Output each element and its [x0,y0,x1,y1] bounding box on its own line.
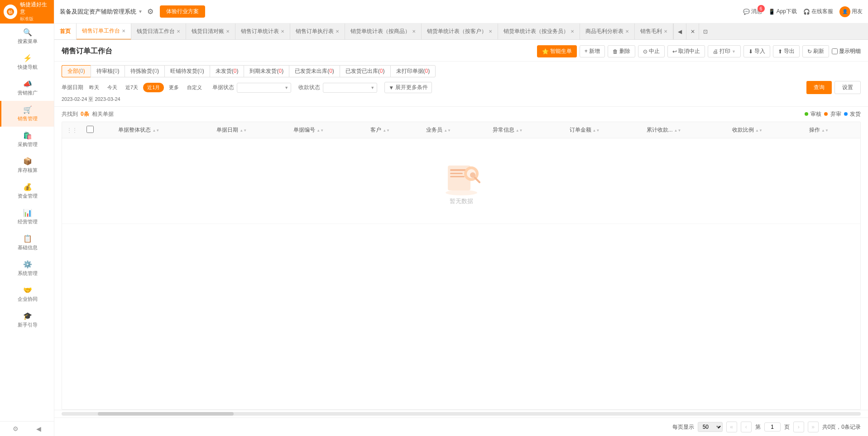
stop-button[interactable]: ⊙ 中止 [638,45,665,57]
topbar-settings-icon[interactable]: ⚙ [147,7,153,16]
tab-close-sales-stats-by-staff[interactable]: ✕ [571,29,574,34]
first-page-btn[interactable]: « [726,422,737,432]
tab-close-sales-order-workbench[interactable]: ✕ [122,28,125,33]
last-page-btn[interactable]: » [808,422,819,432]
sidebar-item-enterprise-collab[interactable]: 🤝企业协同 [0,281,54,307]
un-review-action-btn[interactable]: 弃审 [824,110,841,118]
delete-button[interactable]: 🗑 删除 [608,45,635,57]
date-quick-btn-今天[interactable]: 今天 [104,83,120,92]
sort-icon-amount[interactable]: ▲▼ [593,128,600,133]
tab-sales-stats-by-client[interactable]: 销货单统计表（按客户）✕ [422,24,498,40]
system-selector[interactable]: 装备及固定资产辅助管理系统 ▼ [60,8,143,16]
export-button[interactable]: ⬆ 导出 [773,45,800,57]
refresh-button[interactable]: ↻ 刷新 [802,45,829,57]
cancel-stop-button[interactable]: ↩ 取消中止 [667,45,705,57]
tab-sales-order-workbench[interactable]: 销售订单工作台✕ [77,24,131,40]
tab-close-sales-order-exec[interactable]: ✕ [336,29,339,34]
sidebar-item-purchase-mgmt[interactable]: 🛍️采购管理 [0,127,54,152]
tab-close-cash-daily-clear[interactable]: ✕ [177,29,180,34]
tab-close-sales-stats-by-product[interactable]: ✕ [412,29,416,34]
next-page-btn[interactable]: › [793,422,804,432]
online-service-btn[interactable]: 🎧 在线客服 [803,8,833,15]
tab-goods-margin-analysis[interactable]: 商品毛利分析表✕ [580,24,635,40]
horizontal-scrollbar[interactable] [62,412,861,416]
sidebar-item-system-mgmt[interactable]: ⚙️系统管理 [0,256,54,281]
date-quick-btn-自定义[interactable]: 自定义 [184,83,205,92]
tab-label-sales-order-exec: 销售订单执行表 [296,28,334,35]
sidebar-item-marketing-promo[interactable]: 📣营销推广 [0,75,54,101]
tab-sales-stats-by-product[interactable]: 销货单统计表（按商品）✕ [345,24,422,40]
date-quick-btn-近1月[interactable]: 近1月 [143,83,164,92]
tab-cash-goods-reconcile[interactable]: 钱货日清对账✕ [186,24,235,40]
tab-sales-order-exec[interactable]: 销售订单执行表✕ [290,24,345,40]
filter-tab-pending-inspection[interactable]: 待拣验货(0) [125,65,164,77]
app-download-btn[interactable]: 📱 App下载 [768,8,797,15]
sort-icon-operation[interactable]: ▲▼ [821,128,829,133]
tab-close-goods-margin-analysis[interactable]: ✕ [625,29,629,34]
tab-close-sales-margin[interactable]: ✕ [664,29,667,34]
scrollbar-thumb[interactable] [98,412,234,416]
sort-icon-abnormal[interactable]: ▲▼ [516,128,523,133]
date-quick-btn-近7天[interactable]: 近7天 [122,83,141,92]
message-btn[interactable]: 💬 消息 6 [743,8,762,15]
filter-tab-unprinted[interactable]: 未打印单据(0) [390,65,436,77]
sidebar-item-quick-nav[interactable]: ⚡快捷导航 [0,49,54,75]
tab-cash-daily-clear[interactable]: 钱货日清工作台✕ [131,24,186,40]
prev-page-btn[interactable]: ‹ [741,422,752,432]
filter-tab-shipped-not-in[interactable]: 已发货未出库(0) [289,65,340,77]
sidebar-item-basic-info[interactable]: 📋基础信息 [0,230,54,256]
filter-tab-shipped-out[interactable]: 已发货已出库(0) [340,65,390,77]
sort-icon-date[interactable]: ▲▼ [240,128,247,133]
user-menu-btn[interactable]: 👤 用友 [839,6,863,17]
sort-icon-status[interactable]: ▲▼ [152,128,159,133]
query-button[interactable]: 查询 [806,81,832,94]
tab-home[interactable]: 首页 [54,24,77,40]
sidebar-item-operations-mgmt[interactable]: 📊经营管理 [0,204,54,230]
per-page-select[interactable]: 50 100 200 [698,422,723,432]
tabs-close-btn[interactable]: ✕ [686,24,699,40]
filter-tab-all[interactable]: 全部(0) [62,65,91,77]
sort-icon-client[interactable]: ▲▼ [383,128,390,133]
sidebar-item-finance-mgmt[interactable]: 💰资金管理 [0,178,54,204]
review-action-btn[interactable]: 审核 [805,110,821,118]
filter-tab-unshipped[interactable]: 未发货(0) [210,65,244,77]
select-all-checkbox[interactable] [86,126,94,133]
date-quick-btn-更多[interactable]: 更多 [166,83,182,92]
filter-tab-pending-review[interactable]: 待审核(0) [91,65,125,77]
page-number-input[interactable] [764,422,781,431]
sidebar-item-newbie-guide[interactable]: 🎓新手引导 [0,307,54,333]
add-button[interactable]: + 新增 [580,45,605,57]
expand-more-button[interactable]: ▼ 展开更多条件 [384,82,432,93]
smart-create-button[interactable]: ⭐ 智能生单 [537,45,577,57]
filter-settings-button[interactable]: 设置 [834,81,861,94]
tabs-prev-btn[interactable]: ◀ [673,24,686,40]
tab-close-cash-goods-reconcile[interactable]: ✕ [226,29,230,34]
status-select[interactable] [237,83,291,93]
sort-icon-receipt_ratio[interactable]: ▲▼ [755,128,762,133]
show-detail-label[interactable]: 显示明细 [832,47,861,55]
tab-close-sales-stats-by-client[interactable]: ✕ [489,29,492,34]
solution-button[interactable]: 体验行业方案 [160,5,205,18]
sort-icon-staff[interactable]: ▲▼ [444,128,451,133]
sort-icon-received[interactable]: ▲▼ [674,128,681,133]
tab-close-sales-order-stats[interactable]: ✕ [281,29,284,34]
sidebar-item-search[interactable]: 🔍搜索菜单 [0,24,54,49]
tab-sales-margin[interactable]: 销售毛利✕ [635,24,673,40]
sidebar-item-sales-mgmt[interactable]: 🛒销售管理 [0,101,54,127]
date-quick-btn-昨天[interactable]: 昨天 [86,83,102,92]
sidebar-item-inventory-check[interactable]: 📦库存核算 [0,152,54,178]
sidebar-icon-marketing-promo: 📣 [23,80,32,88]
tab-sales-order-stats[interactable]: 销售订单统计表✕ [235,24,290,40]
show-detail-checkbox[interactable] [832,48,838,54]
sort-icon-number[interactable]: ▲▼ [317,128,324,133]
print-button[interactable]: 🖨 打印 ▼ [708,45,741,57]
collapse-icon[interactable]: ◀ [36,425,41,432]
receipt-status-select[interactable] [323,83,377,93]
filter-tab-overdue-unshipped[interactable]: 到期未发货(0) [244,65,289,77]
tab-sales-stats-by-staff[interactable]: 销货单统计表（按业务员）✕ [498,24,580,40]
ship-action-btn[interactable]: 发货 [844,110,861,118]
import-button[interactable]: ⬇ 导入 [743,45,770,57]
settings-footer-icon[interactable]: ⚙ [13,425,19,432]
tabs-maximize-btn[interactable]: ⊡ [699,24,711,40]
filter-tab-wangpu-pending-ship[interactable]: 旺铺待发货(0) [164,65,210,77]
